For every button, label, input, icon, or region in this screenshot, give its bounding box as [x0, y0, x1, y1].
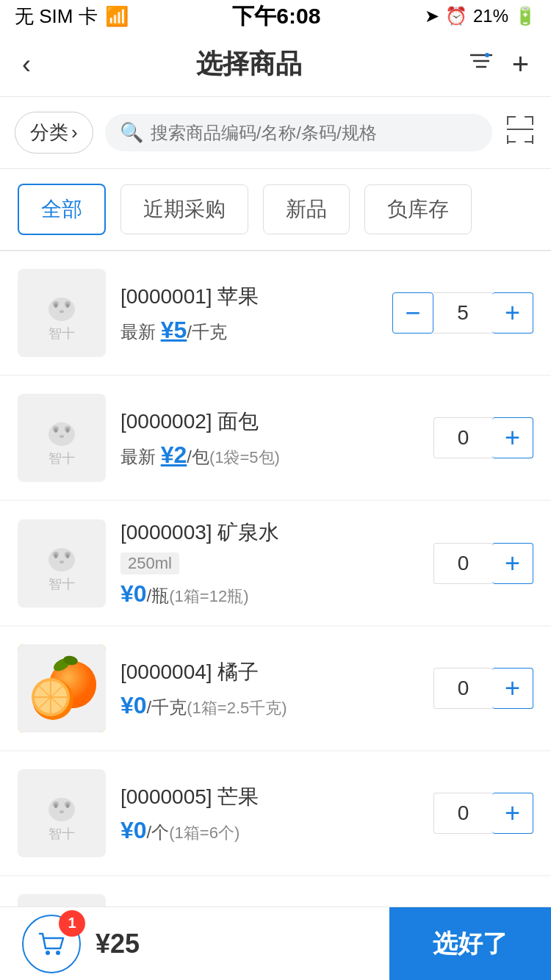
product-item-0000001: 智十 [0000001] 苹果 最新 ¥5/千克 − + — [0, 251, 551, 375]
product-info-0000003: [0000003] 矿泉水 250ml ¥0/瓶(1箱=12瓶) — [120, 519, 419, 608]
scan-icon[interactable] — [504, 113, 536, 152]
tab-recent[interactable]: 近期采购 — [120, 184, 248, 234]
svg-point-3 — [485, 53, 489, 57]
svg-point-43 — [48, 798, 75, 821]
product-thumb-0000001: 智十 — [18, 269, 106, 357]
nav-bar: ‹ 选择商品 + — [0, 32, 551, 97]
qty-input-0000002[interactable] — [433, 417, 492, 458]
product-item-0000005: 智十 [0000005] 芒果 ¥0/个(1箱=6个) + — [0, 752, 551, 875]
battery-icon: 🔋 — [514, 6, 536, 26]
qty-plus-0000003[interactable]: + — [492, 543, 533, 584]
svg-point-25 — [48, 548, 75, 572]
nav-left: ‹ — [22, 49, 31, 80]
status-right: ➤ ⏰ 21% 🔋 — [425, 6, 536, 26]
qty-control-0000004: + — [433, 668, 533, 709]
location-icon: ➤ — [425, 6, 439, 26]
product-spec-0000003: 250ml — [120, 552, 179, 574]
product-name-0000001: [0000001] 苹果 — [120, 283, 378, 311]
svg-point-29 — [66, 554, 69, 558]
svg-point-13 — [48, 298, 75, 321]
qty-control-0000005: + — [433, 793, 533, 834]
product-list: 智十 [0000001] 苹果 最新 ¥5/千克 − + — [0, 251, 551, 980]
qty-control-0000001: − + — [392, 292, 533, 334]
product-info-0000002: [0000002] 面包 最新 ¥2/包(1袋=5包) — [120, 408, 419, 469]
carrier-text: 无 SIM 卡 — [15, 4, 98, 29]
svg-point-30 — [60, 561, 64, 563]
category-chevron: › — [71, 121, 78, 144]
battery-text: 21% — [473, 6, 508, 26]
category-label: 分类 — [30, 120, 68, 145]
svg-rect-9 — [507, 135, 508, 144]
product-item-0000004: [0000004] 橘子 ¥0/千克(1箱=2.5千克) + — [0, 627, 551, 750]
cart-area: 1 ¥25 — [0, 915, 389, 973]
product-price-0000003: ¥0/瓶(1箱=12瓶) — [120, 580, 419, 608]
svg-point-19 — [48, 422, 75, 446]
product-name-0000002: [0000002] 面包 — [120, 408, 419, 436]
qty-input-0000005[interactable] — [433, 793, 492, 834]
qty-control-0000002: + — [433, 417, 533, 458]
tab-bar: 全部 近期采购 新品 负库存 — [0, 169, 551, 251]
svg-point-56 — [56, 951, 60, 955]
status-time: 下午6:08 — [232, 1, 320, 32]
product-thumb-0000005: 智十 — [18, 769, 106, 857]
qty-input-0000004[interactable] — [433, 668, 492, 709]
qty-input-0000001[interactable] — [433, 292, 492, 334]
qty-control-0000003: + — [433, 543, 533, 584]
product-name-0000004: [0000004] 橘子 — [120, 658, 419, 686]
qty-plus-0000002[interactable]: + — [492, 417, 533, 458]
svg-point-28 — [54, 554, 57, 558]
search-input[interactable] — [151, 123, 478, 143]
tab-negative[interactable]: 负库存 — [364, 184, 472, 234]
product-name-0000003: [0000003] 矿泉水 — [120, 519, 419, 547]
product-price-0000004: ¥0/千克(1箱=2.5千克) — [120, 692, 419, 719]
svg-point-46 — [54, 804, 57, 808]
svg-rect-11 — [532, 135, 533, 144]
product-thumb-0000002: 智十 — [18, 394, 106, 482]
product-item-0000002: 智十 [0000002] 面包 最新 ¥2/包(1袋=5包) + — [0, 376, 551, 500]
tab-new[interactable]: 新品 — [263, 184, 350, 234]
cart-button[interactable]: 1 — [22, 915, 81, 973]
qty-input-0000003[interactable] — [433, 543, 492, 584]
svg-point-48 — [60, 810, 64, 813]
svg-point-18 — [60, 310, 64, 313]
product-item-0000003: 智十 [0000003] 矿泉水 250ml ¥0/瓶(1箱=12瓶) + — [0, 501, 551, 625]
product-price-0000001: 最新 ¥5/千克 — [120, 317, 378, 344]
svg-rect-5 — [507, 116, 508, 125]
svg-point-17 — [66, 303, 69, 308]
cart-total: ¥25 — [96, 929, 140, 959]
qty-minus-0000001[interactable]: − — [392, 292, 433, 334]
product-price-0000005: ¥0/个(1箱=6个) — [120, 817, 419, 844]
nav-right: + — [468, 48, 529, 81]
search-wrap: 🔍 — [105, 114, 492, 151]
add-button[interactable]: + — [512, 48, 529, 81]
product-info-0000001: [0000001] 苹果 最新 ¥5/千克 — [120, 283, 378, 344]
page-title: 选择商品 — [196, 46, 302, 82]
tab-all[interactable]: 全部 — [18, 184, 106, 235]
product-thumb-0000004 — [18, 644, 106, 732]
qty-plus-0000004[interactable]: + — [492, 668, 533, 709]
product-price-0000002: 最新 ¥2/包(1袋=5包) — [120, 442, 419, 469]
qty-plus-0000005[interactable]: + — [492, 793, 533, 834]
search-icon: 🔍 — [120, 121, 143, 144]
svg-point-55 — [46, 951, 50, 955]
cart-badge: 1 — [59, 910, 85, 937]
wifi-icon: 📶 — [105, 5, 129, 28]
product-info-0000005: [0000005] 芒果 ¥0/个(1箱=6个) — [120, 783, 419, 844]
svg-point-23 — [66, 428, 69, 433]
product-thumb-0000003: 智十 — [18, 519, 106, 608]
qty-plus-0000001[interactable]: + — [492, 292, 533, 334]
bottom-bar: 1 ¥25 选好了 — [0, 907, 551, 980]
svg-point-16 — [54, 303, 57, 308]
product-name-0000005: [0000005] 芒果 — [120, 783, 419, 811]
alarm-icon: ⏰ — [445, 6, 467, 26]
filter-icon[interactable] — [468, 48, 494, 81]
filter-bar: 分类 › 🔍 — [0, 97, 551, 169]
confirm-button[interactable]: 选好了 — [389, 907, 551, 981]
back-button[interactable]: ‹ — [22, 49, 31, 80]
svg-point-24 — [60, 435, 64, 438]
status-bar: 无 SIM 卡 📶 下午6:08 ➤ ⏰ 21% 🔋 — [0, 0, 551, 32]
svg-point-47 — [66, 804, 69, 808]
category-button[interactable]: 分类 › — [15, 112, 93, 154]
svg-rect-7 — [532, 116, 533, 125]
product-info-0000004: [0000004] 橘子 ¥0/千克(1箱=2.5千克) — [120, 658, 419, 719]
